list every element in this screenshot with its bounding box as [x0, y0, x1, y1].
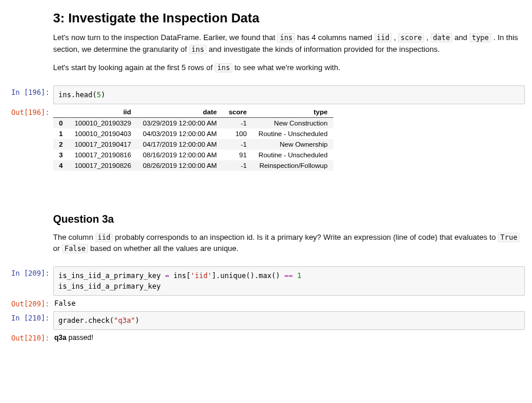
row-index: 2 — [53, 139, 68, 150]
output-html: q3a passed! — [53, 331, 525, 344]
cell: Reinspection/Followup — [252, 160, 333, 171]
section-title: 3: Investigate the Inspection Data — [53, 11, 525, 26]
out-prompt: Out[209]: — [7, 297, 53, 309]
cell: 03/29/2019 12:00:00 AM — [137, 117, 222, 128]
code-ins-3: ins — [215, 63, 232, 72]
output-text: False — [53, 297, 525, 310]
tok: . — [71, 91, 75, 99]
output-body: False — [53, 297, 525, 310]
code-body[interactable]: grader.check("q3a") — [53, 311, 525, 330]
tok: grader — [58, 316, 84, 325]
cell: 08/16/2019 12:00:00 AM — [137, 150, 222, 160]
table-header: iid — [68, 107, 137, 118]
question-title: Question 3a — [53, 213, 525, 226]
row-index: 0 — [53, 117, 68, 128]
code-input[interactable]: grader.check("q3a") — [53, 311, 525, 330]
question-para: The column iid probably corresponds to a… — [53, 232, 525, 255]
code-cell-head-out: Out[196]: iid date score type 0 100010_2… — [7, 105, 525, 172]
text: and investigate the kinds of information… — [209, 45, 440, 54]
in-prompt: In [209]: — [7, 266, 53, 279]
tok: . — [84, 316, 88, 325]
cell: -1 — [223, 160, 253, 171]
code-date: date — [431, 33, 452, 42]
cell: 100017_20190417 — [68, 139, 137, 150]
cell: 100010_20190403 — [68, 128, 137, 139]
in-prompt: In [210]: — [7, 311, 53, 323]
table-header: type — [252, 107, 333, 118]
code-false: False — [62, 244, 88, 253]
text: and — [455, 33, 469, 42]
tok: ins[ — [173, 272, 191, 280]
table-header: score — [223, 107, 253, 118]
code-cell-q3a-in: In [209]: is_ins_iid_a_primary_key = ins… — [7, 266, 525, 296]
out-prompt: Out[210]: — [7, 331, 53, 343]
code-iid: iid — [96, 233, 113, 242]
code-ins-2: ins — [189, 45, 207, 54]
code-body[interactable]: is_ins_iid_a_primary_key = ins['iid'].un… — [53, 266, 525, 296]
text: Let's now turn to the inspection DataFra… — [53, 33, 277, 42]
code-score: score — [398, 33, 424, 42]
table-header-index — [53, 107, 68, 118]
text: has 4 columns named — [297, 33, 375, 42]
code-cell-q3a-out: Out[209]: False — [7, 297, 525, 310]
code-type: type — [469, 33, 491, 42]
tok — [160, 272, 165, 280]
tok: check — [88, 316, 110, 325]
cell: Routine - Unscheduled — [252, 150, 333, 160]
tok: ) — [135, 316, 139, 325]
table-header-row: iid date score type — [53, 107, 333, 118]
out-prompt: Out[196]: — [7, 105, 53, 118]
code-input[interactable]: ins.head(5) — [53, 85, 525, 104]
table-row: 2 100017_20190417 04/17/2019 12:00:00 AM… — [53, 139, 333, 150]
markdown-cell-section: 3: Investigate the Inspection Data Let's… — [7, 6, 525, 84]
cell: -1 — [223, 117, 253, 128]
markdown-body: 3: Investigate the Inspection Data Let's… — [53, 6, 525, 84]
tok: ins — [58, 91, 71, 99]
cell: New Construction — [252, 117, 333, 128]
spacer — [7, 173, 525, 209]
in-prompt: In [196]: — [7, 85, 53, 98]
tok — [169, 272, 173, 280]
code-true: True — [498, 233, 520, 242]
result-name: q3a — [54, 333, 67, 342]
cell: Routine - Unscheduled — [252, 128, 333, 139]
text: , — [426, 33, 431, 42]
code-ins: ins — [277, 33, 295, 42]
section-para-2: Let's start by looking again at the firs… — [53, 62, 525, 74]
cell: 04/17/2019 12:00:00 AM — [137, 139, 222, 150]
text: based on whether all the values are uniq… — [90, 244, 239, 253]
tok: ].unique().max() — [212, 272, 284, 280]
tok: 'iid' — [191, 272, 212, 280]
tok: 1 — [297, 272, 301, 280]
empty-prompt — [7, 6, 53, 9]
table-row: 4 100017_20190826 08/26/2019 12:00:00 AM… — [53, 160, 333, 171]
cell: 08/26/2019 12:00:00 AM — [137, 160, 222, 171]
cell: New Ownership — [252, 139, 333, 150]
text: probably corresponds to an inspection id… — [115, 233, 498, 242]
section-para-1: Let's now turn to the inspection DataFra… — [53, 32, 525, 55]
tok: ( — [93, 91, 97, 99]
empty-prompt — [7, 210, 53, 213]
code-input[interactable]: is_ins_iid_a_primary_key = ins['iid'].un… — [53, 266, 525, 296]
text: or — [53, 244, 62, 253]
text: The column — [53, 233, 96, 242]
text: Let's start by looking again at the firs… — [53, 63, 215, 72]
code-cell-grader-in: In [210]: grader.check("q3a") — [7, 311, 525, 330]
row-index: 3 — [53, 150, 68, 160]
tok: ( — [110, 316, 114, 325]
cell: 91 — [223, 150, 253, 160]
dataframe-table: iid date score type 0 100010_20190329 03… — [53, 107, 333, 171]
code-body[interactable]: ins.head(5) — [53, 85, 525, 104]
tok: head — [75, 91, 93, 99]
tok: = — [165, 272, 169, 280]
text: to see what we're working with. — [235, 63, 341, 72]
cell: 100017_20190826 — [68, 160, 137, 171]
table-row: 3 100017_20190816 08/16/2019 12:00:00 AM… — [53, 150, 333, 160]
output-body: q3a passed! — [53, 331, 525, 344]
tok: ) — [101, 91, 105, 99]
markdown-cell-q3a: Question 3a The column iid probably corr… — [7, 210, 525, 265]
text: , — [394, 33, 398, 42]
table-row: 0 100010_20190329 03/29/2019 12:00:00 AM… — [53, 117, 333, 128]
table-header: date — [137, 107, 222, 118]
cell: -1 — [223, 139, 253, 150]
